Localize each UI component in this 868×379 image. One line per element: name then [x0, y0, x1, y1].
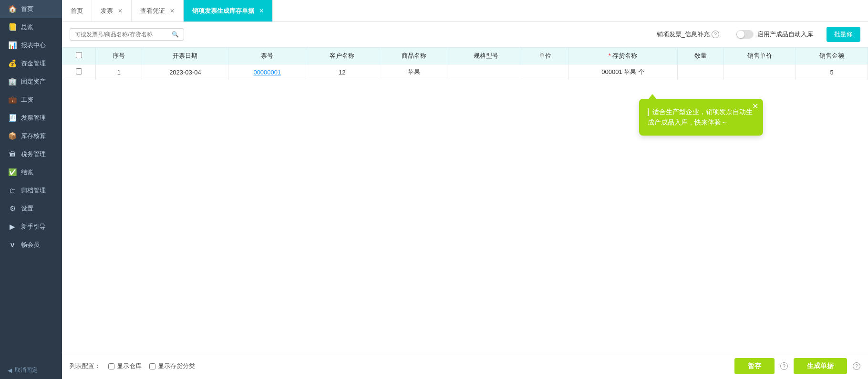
content-area: 序号 开票日期 票号 客户名称 商品名称 规格型号 单位 * 存货名称 数量 销…	[62, 47, 868, 379]
tax-icon: 🏛	[8, 150, 17, 158]
tab-bar: 首页 发票 ✕ 查看凭证 ✕ 销项发票生成库存单据 ✕	[62, 0, 868, 22]
funds-icon: 💰	[8, 59, 17, 68]
col-customer: 客户名称	[306, 48, 378, 64]
tab-invoice-close[interactable]: ✕	[118, 8, 123, 14]
save-help-icon[interactable]: ?	[780, 362, 788, 370]
row-unit	[522, 64, 568, 80]
row-price	[724, 64, 796, 80]
row-qty	[677, 64, 723, 80]
info-help-icon[interactable]: ?	[712, 31, 719, 38]
tab-invoice[interactable]: 发票 ✕	[92, 0, 132, 21]
sidebar-label-checkout: 结账	[21, 168, 33, 177]
main-area: 首页 发票 ✕ 查看凭证 ✕ 销项发票生成库存单据 ✕ 🔍 销项发票_信息补充 …	[62, 0, 868, 379]
sidebar-item-settings[interactable]: ⚙ 设置	[0, 200, 62, 218]
row-goods: 苹果	[378, 64, 450, 80]
auto-storage-toggle[interactable]	[736, 30, 754, 39]
sidebar-item-inventory[interactable]: 📦 库存核算	[0, 127, 62, 145]
unpin-label: 取消固定	[15, 366, 38, 374]
search-input[interactable]	[75, 31, 169, 38]
archive-icon: 🗂	[8, 187, 17, 195]
col-seq: 序号	[96, 48, 142, 64]
sidebar-label-tax: 税务管理	[21, 150, 46, 158]
sidebar-label-inventory: 库存核算	[21, 132, 46, 140]
table-wrap: 序号 开票日期 票号 客户名称 商品名称 规格型号 单位 * 存货名称 数量 销…	[62, 47, 868, 353]
tooltip-cursor	[648, 108, 649, 116]
col-ticket: 票号	[228, 48, 306, 64]
sidebar-unpin[interactable]: ◀ 取消固定	[0, 361, 62, 379]
unpin-icon: ◀	[8, 367, 12, 374]
col-inventory: * 存货名称	[568, 48, 678, 64]
sidebar-item-vip[interactable]: V 畅会员	[0, 236, 62, 254]
tab-voucher-close[interactable]: ✕	[170, 8, 175, 14]
row-ticket[interactable]: 00000001	[228, 64, 306, 80]
sidebar-item-funds[interactable]: 💰 资金管理	[0, 54, 62, 73]
tooltip-text: 适合生产型企业，销项发票自动生成产成品入库，快来体验～	[648, 108, 753, 126]
tab-voucher[interactable]: 查看凭证 ✕	[132, 0, 184, 21]
col-date: 开票日期	[142, 48, 228, 64]
tab-home[interactable]: 首页	[62, 0, 92, 21]
sidebar-item-salary[interactable]: 💼 工资	[0, 91, 62, 109]
row-date: 2023-03-04	[142, 64, 228, 80]
sidebar-item-home[interactable]: 🏠 首页	[0, 0, 62, 18]
col-checkbox	[62, 48, 96, 64]
sidebar-item-invoice[interactable]: 🧾 发票管理	[0, 109, 62, 127]
sidebar-item-checkout[interactable]: ✅ 结账	[0, 163, 62, 181]
search-icon[interactable]: 🔍	[172, 31, 179, 38]
sidebar-item-tax[interactable]: 🏛 税务管理	[0, 145, 62, 163]
vip-icon: V	[8, 242, 17, 249]
bottom-bar: 列表配置： 显示仓库 显示存货分类 暂存 ? 生成单据 ?	[62, 353, 868, 379]
sidebar-label-home: 首页	[21, 5, 33, 13]
tab-generate-inventory[interactable]: 销项发票生成库存单据 ✕	[184, 0, 273, 21]
save-button[interactable]: 暂存	[734, 358, 775, 374]
toggle-wrap: 启用产成品自动入库	[736, 30, 813, 39]
tab-invoice-label: 发票	[101, 7, 113, 15]
row-checkbox-cell	[62, 64, 96, 80]
sidebar-label-vip: 畅会员	[21, 241, 40, 249]
generate-button[interactable]: 生成单据	[794, 358, 847, 374]
table-header-row: 序号 开票日期 票号 客户名称 商品名称 规格型号 单位 * 存货名称 数量 销…	[62, 48, 868, 64]
settings-icon: ⚙	[8, 204, 17, 213]
select-all-checkbox[interactable]	[76, 52, 82, 58]
toggle-knob	[737, 31, 744, 38]
tab-generate-inventory-label: 销项发票生成库存单据	[192, 7, 254, 15]
col-goods: 商品名称	[378, 48, 450, 64]
show-inventory-category-checkbox[interactable]	[149, 363, 155, 369]
sidebar-item-ledger[interactable]: 📒 总账	[0, 18, 62, 36]
sidebar-label-guide: 新手引导	[21, 222, 46, 231]
tab-home-label: 首页	[71, 7, 83, 15]
sidebar-label-ledger: 总账	[21, 23, 33, 32]
salary-icon: 💼	[8, 95, 17, 104]
row-checkbox[interactable]	[76, 68, 82, 74]
sidebar-item-reports[interactable]: 📊 报表中心	[0, 36, 62, 54]
tab-generate-inventory-close[interactable]: ✕	[259, 8, 264, 14]
sidebar-label-funds: 资金管理	[21, 59, 46, 68]
col-spec: 规格型号	[450, 48, 522, 64]
inventory-icon: 📦	[8, 132, 17, 140]
sidebar-label-settings: 设置	[21, 204, 33, 213]
show-warehouse-wrap[interactable]: 显示仓库	[108, 362, 142, 370]
sidebar-label-reports: 报表中心	[21, 41, 46, 50]
row-amount: 5	[796, 64, 868, 80]
guide-icon: ▶	[8, 222, 17, 231]
show-warehouse-label: 显示仓库	[117, 362, 142, 370]
row-inventory[interactable]: 000001 苹果 个	[568, 64, 678, 80]
sidebar-item-assets[interactable]: 🏢 固定资产	[0, 73, 62, 91]
tooltip-popup: ✕ 适合生产型企业，销项发票自动生成产成品入库，快来体验～	[639, 99, 763, 136]
show-warehouse-checkbox[interactable]	[108, 363, 114, 369]
sidebar-item-archive[interactable]: 🗂 归档管理	[0, 181, 62, 200]
col-price: 销售单价	[724, 48, 796, 64]
tooltip-close-button[interactable]: ✕	[752, 103, 758, 110]
sidebar-item-guide[interactable]: ▶ 新手引导	[0, 218, 62, 236]
list-config-label: 列表配置：	[70, 362, 101, 370]
info-label-text: 销项发票_信息补充	[657, 30, 710, 39]
col-amount: 销售金额	[796, 48, 868, 64]
tab-voucher-label: 查看凭证	[140, 7, 165, 15]
home-icon: 🏠	[8, 5, 17, 13]
generate-help-icon[interactable]: ?	[853, 362, 860, 370]
col-unit: 单位	[522, 48, 568, 64]
search-box[interactable]: 🔍	[70, 28, 184, 41]
toolbar: 🔍 销项发票_信息补充 ? 启用产成品自动入库 批量修	[62, 22, 868, 47]
show-inventory-category-wrap[interactable]: 显示存货分类	[149, 362, 195, 370]
col-qty: 数量	[677, 48, 723, 64]
batch-modify-button[interactable]: 批量修	[827, 27, 860, 42]
